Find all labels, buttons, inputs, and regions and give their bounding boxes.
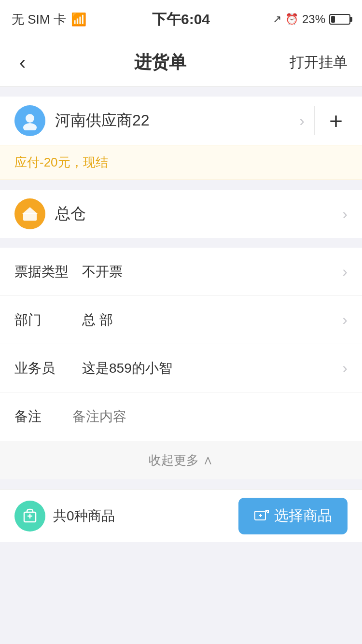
- product-count-icon: [14, 501, 45, 532]
- staff-label: 业务员: [14, 359, 72, 378]
- bottom-bar: 共0种商品 选择商品: [0, 489, 362, 542]
- supplier-name: 河南供应商22: [55, 110, 299, 131]
- warehouse-section: 总仓 ›: [0, 190, 362, 238]
- divider: [314, 106, 315, 135]
- carrier-text: 无 SIM 卡: [12, 11, 66, 28]
- alarm-icon: ⏰: [285, 13, 298, 26]
- staff-row[interactable]: 业务员 这是859的小智 ›: [0, 344, 362, 392]
- battery-percent: 23%: [302, 13, 325, 26]
- warehouse-icon: [14, 198, 45, 229]
- nav-bar: ‹ 进货单 打开挂单: [0, 39, 362, 87]
- location-icon: ↗: [273, 13, 281, 26]
- notice-text: 应付-20元，现结: [14, 155, 108, 169]
- warehouse-name: 总仓: [55, 203, 342, 224]
- select-goods-label: 选择商品: [274, 506, 332, 526]
- invoice-chevron-icon: ›: [342, 263, 348, 280]
- warehouse-row[interactable]: 总仓 ›: [0, 190, 362, 238]
- collapse-label: 收起更多 ∧: [149, 452, 213, 469]
- status-time: 下午6:04: [152, 10, 210, 29]
- supplier-chevron-icon: ›: [299, 112, 305, 130]
- svg-point-0: [26, 114, 34, 123]
- status-left: 无 SIM 卡 📶: [12, 11, 86, 28]
- product-count-text: 共0种商品: [53, 507, 115, 525]
- product-count-area: 共0种商品: [14, 501, 115, 532]
- wifi-icon: 📶: [71, 12, 86, 27]
- staff-value: 这是859的小智: [72, 359, 342, 378]
- remark-input[interactable]: [53, 409, 348, 424]
- page-title: 进货单: [134, 51, 186, 74]
- form-section: 票据类型 不开票 › 部门 总 部 › 业务员 这是859的小智 › 备注: [0, 248, 362, 441]
- dept-chevron-icon: ›: [342, 311, 348, 329]
- open-pending-button[interactable]: 打开挂单: [290, 53, 348, 72]
- section-gap-2: [0, 180, 362, 190]
- supplier-row[interactable]: 河南供应商22 › +: [0, 97, 362, 145]
- supplier-avatar: [14, 105, 45, 136]
- svg-rect-2: [23, 213, 37, 221]
- battery-icon: [329, 14, 350, 25]
- dept-label: 部门: [14, 311, 72, 329]
- invoice-row[interactable]: 票据类型 不开票 ›: [0, 248, 362, 296]
- dept-value: 总 部: [72, 311, 342, 329]
- back-button[interactable]: ‹: [14, 47, 30, 78]
- status-bar: 无 SIM 卡 📶 下午6:04 ↗ ⏰ 23%: [0, 0, 362, 39]
- status-right: ↗ ⏰ 23%: [273, 13, 350, 26]
- notice-bar: 应付-20元，现结: [0, 145, 362, 180]
- remark-row[interactable]: 备注: [0, 392, 362, 441]
- warehouse-chevron-icon: ›: [342, 205, 348, 223]
- svg-marker-3: [22, 207, 38, 214]
- invoice-value: 不开票: [72, 263, 342, 281]
- collapse-more-button[interactable]: 收起更多 ∧: [0, 441, 362, 479]
- remark-label: 备注: [14, 407, 53, 426]
- staff-chevron-icon: ›: [342, 359, 348, 377]
- invoice-label: 票据类型: [14, 263, 72, 281]
- select-goods-button[interactable]: 选择商品: [238, 498, 348, 534]
- dept-row[interactable]: 部门 总 部 ›: [0, 296, 362, 344]
- svg-point-1: [23, 123, 37, 130]
- section-gap-1: [0, 87, 362, 97]
- supplier-section: 河南供应商22 › + 应付-20元，现结: [0, 97, 362, 180]
- add-supplier-button[interactable]: +: [324, 108, 348, 134]
